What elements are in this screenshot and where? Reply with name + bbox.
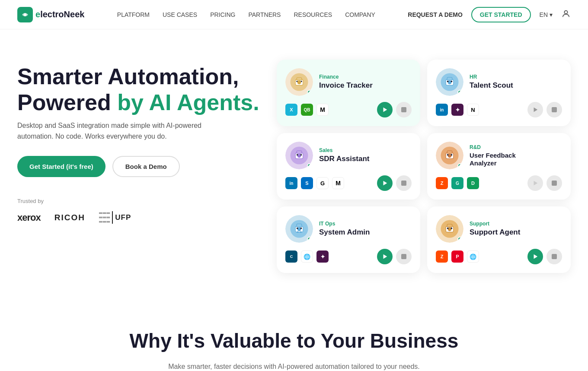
zapier-icon-support: Z	[436, 251, 448, 263]
card-footer-finance: X QB M	[285, 102, 412, 117]
svg-rect-26	[447, 151, 452, 154]
card-footer-sales: in S G M	[285, 175, 412, 191]
avatar-finance	[285, 68, 313, 96]
quickbooks-icon: QB	[301, 104, 313, 116]
svg-point-21	[300, 154, 302, 156]
card-header-itops: IT Ops System Admin	[285, 215, 412, 243]
stop-button-hr[interactable]	[546, 102, 562, 117]
svg-rect-5	[297, 78, 302, 80]
nav-right: REQUEST A DEMO GET STARTED EN ▾	[408, 7, 571, 22]
card-info-support: Support Support Agent	[470, 221, 562, 237]
svg-point-14	[451, 81, 453, 82]
avatar-sales	[285, 142, 313, 169]
svg-rect-42	[447, 224, 452, 227]
nav-pricing[interactable]: PRICING	[210, 11, 235, 18]
nav-partners[interactable]: PARTNERS	[248, 11, 281, 18]
avatar-hr	[436, 68, 463, 96]
agent-card-hr: HR Talent Scout in ✦ N	[427, 60, 571, 126]
bottom-title: Why It's Valuable to Your Business	[17, 329, 571, 352]
svg-marker-29	[534, 181, 538, 186]
svg-point-43	[447, 228, 449, 229]
sheets-icon: D	[467, 177, 479, 189]
language-selector[interactable]: EN ▾	[540, 11, 553, 18]
hero-subtitle: Desktop and SaaS integration made simple…	[17, 120, 233, 142]
hero-buttons: Get Started (it's free) Book a Demo	[17, 156, 259, 177]
logo-text: electroNeek	[35, 10, 84, 19]
stop-button-finance[interactable]	[396, 102, 412, 117]
card-name-itops: System Admin	[319, 228, 412, 237]
avatar-dot-support	[457, 237, 463, 242]
agent-card-sales: Sales SDR Assistant in S G M	[277, 133, 420, 200]
citrix-icon: C	[285, 251, 297, 263]
nav-company[interactable]: COMPANY	[345, 11, 375, 18]
hero-section: Smarter Automation, Powered by AI Agents…	[0, 29, 588, 295]
svg-point-0	[24, 13, 26, 16]
card-controls-finance	[377, 102, 412, 117]
card-category-finance: Finance	[319, 74, 412, 80]
stop-button-support[interactable]	[546, 249, 562, 264]
user-icon[interactable]	[561, 9, 571, 20]
stop-button-itops[interactable]	[396, 249, 412, 264]
nav-resources[interactable]: RESOURCES	[294, 11, 332, 18]
request-demo-link[interactable]: REQUEST A DEMO	[408, 11, 463, 18]
card-header-finance: Finance Invoice Tracker	[285, 68, 412, 96]
card-header-support: Support Support Agent	[436, 215, 562, 243]
svg-point-20	[297, 154, 298, 156]
svg-point-1	[564, 10, 567, 13]
notion-icon-hr: N	[467, 104, 479, 116]
stop-button-sales[interactable]	[396, 175, 412, 191]
agent-card-itops: IT Ops System Admin C 🌐 ✦	[277, 206, 420, 273]
card-controls-itops	[377, 249, 412, 264]
svg-point-28	[451, 154, 453, 156]
svg-point-4	[297, 80, 301, 84]
nav-platform[interactable]: PLATFORM	[117, 11, 150, 18]
card-footer-hr: in ✦ N	[436, 102, 562, 117]
play-button-rd[interactable]	[527, 175, 543, 191]
svg-point-44	[451, 228, 453, 229]
chrome-icon-support: 🌐	[467, 251, 479, 263]
play-button-sales[interactable]	[377, 175, 393, 191]
nav-use-cases[interactable]: USE CASES	[163, 11, 197, 18]
book-demo-button[interactable]: Book a Demo	[112, 156, 180, 177]
play-button-itops[interactable]	[377, 249, 393, 264]
get-started-nav-button[interactable]: GET STARTED	[471, 7, 531, 22]
avatar-dot-hr	[457, 90, 463, 95]
get-started-button[interactable]: Get Started (it's free)	[17, 156, 105, 177]
card-icons-finance: X QB M	[285, 104, 329, 116]
play-button-finance[interactable]	[377, 102, 393, 117]
card-header-sales: Sales SDR Assistant	[285, 142, 412, 169]
play-button-hr[interactable]	[527, 102, 543, 117]
svg-point-7	[301, 81, 302, 82]
card-category-itops: IT Ops	[319, 221, 412, 227]
card-name-support: Support Agent	[470, 228, 562, 237]
avatar-dot-itops	[307, 237, 312, 242]
card-controls-support	[527, 249, 562, 264]
agent-card-support: Support Support Agent Z P 🌐	[427, 206, 571, 273]
svg-rect-33	[297, 224, 302, 227]
card-category-support: Support	[470, 221, 562, 227]
svg-rect-12	[447, 77, 452, 80]
gmail-icon-sales: M	[332, 177, 344, 189]
slack-icon-itops: ✦	[316, 251, 329, 263]
svg-point-27	[447, 154, 449, 156]
card-info-finance: Finance Invoice Tracker	[319, 74, 412, 90]
pin-icon-support: P	[451, 251, 463, 263]
play-button-support[interactable]	[527, 249, 543, 264]
avatar-itops	[285, 215, 313, 243]
svg-marker-8	[383, 108, 387, 112]
bottom-subtitle: Make smarter, faster decisions with AI-p…	[164, 361, 424, 371]
card-category-hr: HR	[470, 74, 562, 80]
svg-rect-37	[300, 231, 301, 233]
chrome-icon-itops: 🌐	[301, 251, 313, 263]
stop-button-rd[interactable]	[546, 175, 562, 191]
svg-marker-15	[534, 108, 538, 112]
avatar-rd	[436, 142, 463, 169]
svg-marker-22	[383, 181, 387, 186]
card-info-itops: IT Ops System Admin	[319, 221, 412, 237]
avatar-dot-rd	[457, 163, 463, 168]
svg-marker-38	[383, 254, 387, 259]
logo[interactable]: electroNeek	[17, 7, 84, 22]
svg-point-34	[297, 228, 298, 229]
card-header-hr: HR Talent Scout	[436, 68, 562, 96]
svg-marker-45	[534, 254, 538, 259]
